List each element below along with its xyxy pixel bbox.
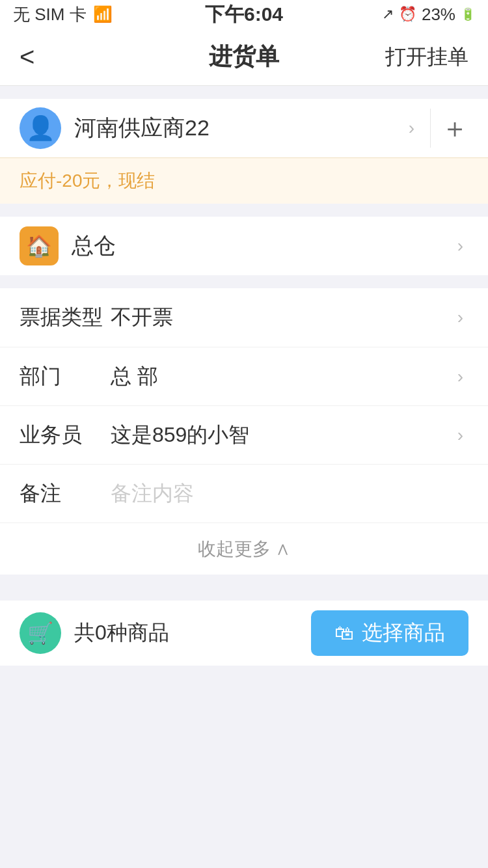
nav-bar: < 进货单 打开挂单 (0, 29, 488, 86)
select-product-label: 选择商品 (362, 619, 445, 647)
select-product-button[interactable]: 🛍 选择商品 (311, 610, 468, 656)
page-title: 进货单 (209, 41, 279, 73)
warehouse-chevron-icon: › (457, 236, 463, 256)
gap-3 (0, 275, 488, 288)
supplier-chevron-icon: › (409, 118, 414, 139)
cart-icon: 🛒 (27, 621, 53, 645)
salesperson-row[interactable]: 业务员 这是859的小智 › (0, 405, 488, 464)
salesperson-chevron-icon: › (457, 425, 463, 446)
back-button[interactable]: < (20, 42, 59, 72)
collapse-bar[interactable]: 收起更多 ∧ (0, 522, 488, 575)
supplier-row[interactable]: 👤 河南供应商22 › ＋ (0, 99, 488, 157)
status-right: ↗ ⏰ 23% 🔋 (382, 5, 475, 25)
warehouse-row[interactable]: 🏠 总仓 › (0, 217, 488, 275)
gap-4 (0, 575, 488, 588)
department-value: 总 部 (111, 362, 457, 391)
salesperson-value: 这是859的小智 (111, 421, 457, 450)
collapse-label[interactable]: 收起更多 ∧ (198, 537, 291, 562)
open-pending-button[interactable]: 打开挂单 (385, 43, 468, 72)
invoice-type-label: 票据类型 (20, 303, 111, 332)
battery-label: 23% (422, 5, 455, 25)
battery-icon: 🔋 (461, 7, 475, 21)
alarm-icon: ⏰ (399, 6, 416, 23)
remark-placeholder[interactable]: 备注内容 (111, 480, 468, 508)
product-count: 共0种商品 (74, 619, 311, 647)
wifi-icon: 📶 (93, 5, 113, 23)
location-icon: ↗ (382, 6, 394, 23)
page-container: 无 SIM 卡 📶 下午6:04 ↗ ⏰ 23% 🔋 < 进货单 打开挂单 👤 … (0, 0, 488, 868)
notice-bar: 应付-20元，现结 (0, 157, 488, 204)
department-row[interactable]: 部门 总 部 › (0, 347, 488, 405)
remark-label: 备注 (20, 480, 111, 508)
status-bar: 无 SIM 卡 📶 下午6:04 ↗ ⏰ 23% 🔋 (0, 0, 488, 29)
warehouse-name: 总仓 (72, 231, 457, 261)
supplier-avatar: 👤 (20, 107, 61, 149)
invoice-type-chevron-icon: › (457, 307, 463, 328)
product-area: 🛒 共0种商品 🛍 选择商品 (0, 601, 488, 666)
status-left: 无 SIM 卡 📶 (13, 3, 113, 26)
remark-row[interactable]: 备注 备注内容 (0, 464, 488, 522)
product-icon-bg: 🛒 (20, 612, 61, 654)
supplier-divider (430, 109, 431, 148)
invoice-type-row[interactable]: 票据类型 不开票 › (0, 288, 488, 347)
avatar-icon: 👤 (26, 115, 55, 142)
carrier-label: 无 SIM 卡 (13, 3, 87, 26)
form-section: 票据类型 不开票 › 部门 总 部 › 业务员 这是859的小智 › 备注 备注… (0, 288, 488, 575)
department-chevron-icon: › (457, 366, 463, 387)
warehouse-icon-bg: 🏠 (20, 226, 59, 265)
invoice-type-value: 不开票 (111, 303, 457, 332)
supplier-name: 河南供应商22 (74, 113, 409, 143)
gap-2 (0, 204, 488, 217)
warehouse-section[interactable]: 🏠 总仓 › (0, 217, 488, 275)
notice-text: 应付-20元，现结 (20, 170, 155, 191)
gap-1 (0, 86, 488, 99)
supplier-section: 👤 河南供应商22 › ＋ 应付-20元，现结 (0, 99, 488, 204)
house-icon: 🏠 (26, 234, 52, 258)
add-button[interactable]: ＋ (441, 110, 468, 146)
salesperson-label: 业务员 (20, 421, 111, 450)
status-time: 下午6:04 (205, 1, 283, 28)
department-label: 部门 (20, 362, 111, 391)
select-product-icon: 🛍 (334, 622, 354, 644)
